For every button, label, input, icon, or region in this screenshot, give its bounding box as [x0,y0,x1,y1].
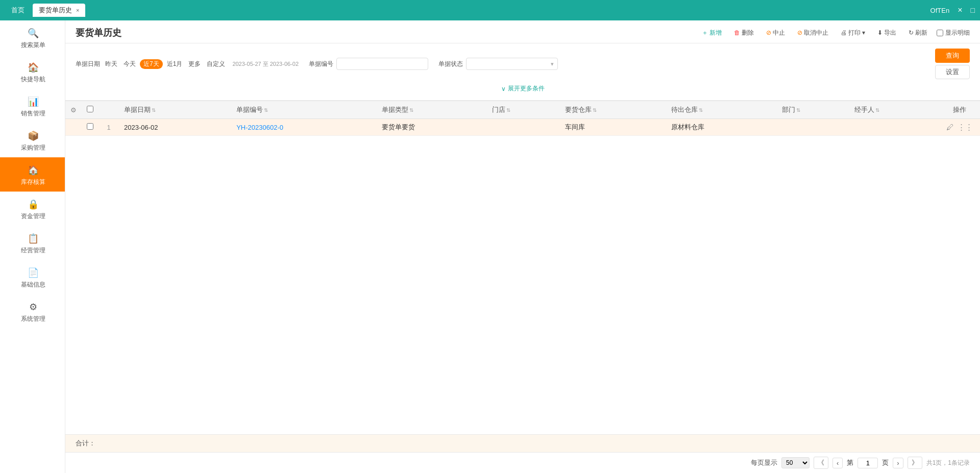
new-button[interactable]: ＋ 新增 [699,27,725,39]
quick-nav-icon: 🏠 [28,62,39,73]
first-page-btn[interactable]: 《 [814,457,828,469]
new-icon: ＋ [702,29,708,37]
page-size-label: 每页显示 [751,458,777,467]
sort-pendingwh-icon: ⇅ [699,107,703,113]
th-doc-type[interactable]: 单据类型⇅ [377,101,487,119]
th-num [99,101,119,119]
sort-store-icon: ⇅ [506,107,510,113]
refresh-button[interactable]: ↻ 刷新 [905,27,930,39]
operations-icon: 📋 [28,233,39,244]
th-req-wh[interactable]: 要货仓库⇅ [560,101,667,119]
filter-actions: 查询 设置 [935,49,970,79]
sidebar-item-finance[interactable]: 🔒 资金管理 [0,192,65,226]
page-label-before: 第 [847,458,853,467]
date-filter-group: 单据日期 昨天 今天 近7天 近1月 更多 自定义 2023-05-27 至 2… [76,59,299,69]
page-number-input[interactable] [857,458,878,468]
sidebar-item-purchase[interactable]: 📦 采购管理 [0,123,65,157]
sidebar-item-label: 搜索菜单 [21,41,45,50]
sidebar-item-label: 快捷导航 [21,75,45,84]
filter-row: 单据日期 昨天 今天 近7天 近1月 更多 自定义 2023-05-27 至 2… [76,49,970,79]
doc-no-link[interactable]: YH-20230602-0 [236,124,283,131]
print-button[interactable]: 🖨 打印 ▾ [838,27,868,39]
sidebar-item-search-menu[interactable]: 🔍 搜索菜单 [0,20,65,55]
table-header: ⚙ 单据日期⇅ 单据编号⇅ 单据类型⇅ [65,101,980,119]
status-select-wrapper [466,58,558,70]
tab-close-icon[interactable]: × [76,7,79,13]
td-req-wh: 车间库 [560,119,667,136]
purchase-icon: 📦 [28,130,39,141]
sort-docno-icon: ⇅ [264,107,268,113]
expand-more-btn[interactable]: ∨ 展开更多条件 [497,82,549,95]
query-button[interactable]: 查询 [935,49,970,63]
th-settings[interactable]: ⚙ [65,101,82,119]
th-dept[interactable]: 部门⇅ [777,101,850,119]
sidebar-item-quick-nav[interactable]: 🏠 快捷导航 [0,55,65,89]
sidebar-item-label: 库存核算 [21,178,45,186]
tab-home[interactable]: 首页 [5,4,31,17]
sidebar-item-sales[interactable]: 📊 销售管理 [0,89,65,123]
delete-button[interactable]: 🗑 删除 [731,27,757,39]
content-area: 要货单历史 ＋ 新增 🗑 删除 ⊘ 中止 ⊘ 取消中止 [65,20,980,473]
table-container: ⚙ 单据日期⇅ 单据编号⇅ 单据类型⇅ [65,101,980,434]
prev-page-btn[interactable]: ‹ [832,458,843,468]
select-all-checkbox[interactable] [87,106,93,112]
shortcut-today[interactable]: 今天 [121,59,138,69]
window-restore-btn[interactable]: □ [971,6,975,14]
sidebar-item-basic-info[interactable]: 📄 基础信息 [0,260,65,294]
shortcut-1month[interactable]: 近1月 [165,59,185,69]
td-dept [777,119,850,136]
sidebar-item-system[interactable]: ⚙ 系统管理 [0,294,65,328]
export-icon: ⬇ [877,29,883,36]
export-button[interactable]: ⬇ 导出 [874,27,899,39]
pagination-bar: 每页显示 20 50 100 《 ‹ 第 页 › 》 共1页，1条记录 [65,452,980,473]
chevron-down-icon: ∨ [501,85,506,92]
shortcut-more[interactable]: 更多 [186,59,203,69]
system-icon: ⚙ [29,301,37,313]
shortcut-yesterday[interactable]: 昨天 [103,59,119,69]
print-icon: 🖨 [841,29,847,36]
page-label-after: 页 [882,458,889,467]
summary-label: 合计： [76,439,95,447]
sidebar: 🔍 搜索菜单 🏠 快捷导航 📊 销售管理 📦 采购管理 🏠 库存核算 🔒 资金管… [0,20,65,473]
td-pending-wh: 原材料仓库 [666,119,776,136]
doc-no-filter-group: 单据编号 [309,58,428,70]
tab-history[interactable]: 要货单历史 × [33,4,85,17]
sidebar-item-label: 系统管理 [21,315,45,323]
settings-button[interactable]: 设置 [935,65,970,79]
th-store[interactable]: 门店⇅ [487,101,560,119]
window-close-btn[interactable]: × [958,6,962,15]
sidebar-item-label: 经营管理 [21,246,45,255]
display-detail-checkbox[interactable] [937,30,943,36]
shortcut-7days[interactable]: 近7天 [140,59,163,69]
row-checkbox[interactable] [87,123,93,130]
th-doc-no[interactable]: 单据编号⇅ [231,101,377,119]
display-detail-label: 显示明细 [945,29,970,37]
display-detail-toggle[interactable]: 显示明细 [937,29,970,37]
td-settings [65,119,82,136]
stop-button[interactable]: ⊘ 中止 [763,27,788,39]
header-actions: ＋ 新增 🗑 删除 ⊘ 中止 ⊘ 取消中止 🖨 打印 ▾ [699,27,970,39]
td-checkbox[interactable] [82,119,99,136]
inventory-icon: 🏠 [28,164,39,176]
cancel-stop-button[interactable]: ⊘ 取消中止 [794,27,831,39]
row-view-icon[interactable]: 🖊 [946,123,954,131]
th-date[interactable]: 单据日期⇅ [119,101,231,119]
sort-dept-icon: ⇅ [796,107,800,113]
filter-bar: 单据日期 昨天 今天 近7天 近1月 更多 自定义 2023-05-27 至 2… [65,43,980,101]
page-size-select[interactable]: 20 50 100 [781,457,810,468]
sidebar-item-inventory[interactable]: 🏠 库存核算 [0,157,65,192]
status-select[interactable] [466,58,558,70]
row-more-icon[interactable]: ⋮⋮ [958,123,973,131]
sidebar-item-operations[interactable]: 📋 经营管理 [0,226,65,260]
th-pending-wh[interactable]: 待出仓库⇅ [666,101,776,119]
shortcut-custom[interactable]: 自定义 [205,59,227,69]
sort-doctype-icon: ⇅ [409,107,413,113]
th-handler[interactable]: 经手人⇅ [849,101,939,119]
table-body: 1 2023-06-02 YH-20230602-0 要货单要货 车间库 原材料… [65,119,980,136]
last-page-btn[interactable]: 》 [908,457,922,469]
doc-no-input[interactable] [336,58,428,70]
next-page-btn[interactable]: › [893,458,903,468]
status-filter-group: 单据状态 [438,58,558,70]
date-range-display: 2023-05-27 至 2023-06-02 [232,60,299,68]
td-date: 2023-06-02 [119,119,231,136]
